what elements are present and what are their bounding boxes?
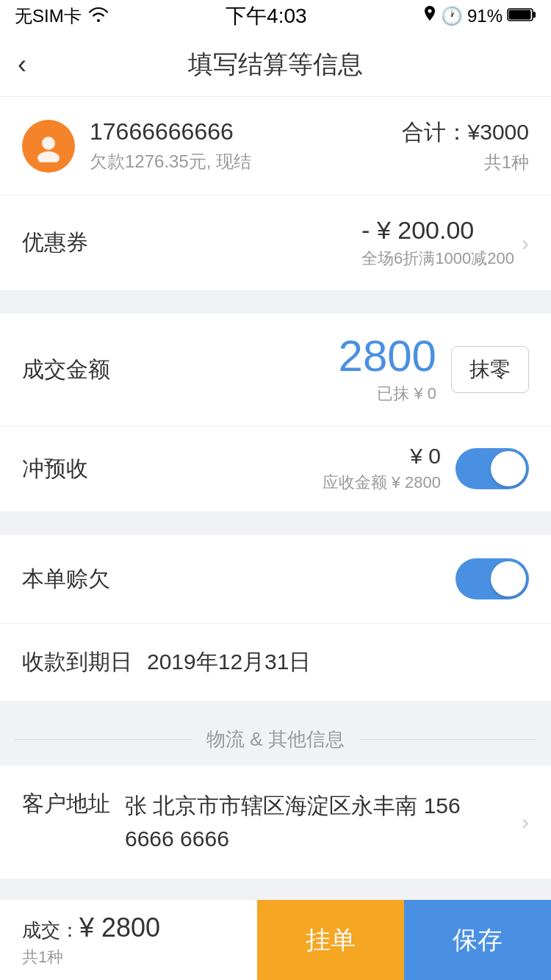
wifi-icon: [87, 6, 109, 26]
logistics-line-right: [359, 739, 536, 740]
logistics-line-left: [15, 739, 192, 740]
coupon-chevron-icon: ›: [522, 231, 529, 256]
battery-icon: [507, 6, 536, 26]
deal-amount-wrap: 2800 已抹 ¥ 0: [339, 334, 436, 405]
deal-amount-value: 2800: [339, 334, 436, 378]
bottom-deal-text: 成交：¥ 2800: [22, 912, 235, 943]
coupon-right: - ¥ 200.00 全场6折满1000减200 ›: [361, 216, 529, 270]
deal-amount-label: 成交金额: [22, 355, 110, 385]
customer-row: 17666666666 欠款1276.35元, 现结 合计：¥3000 共1种: [0, 97, 551, 195]
due-date-value: 2019年12月31日: [147, 647, 311, 677]
bottom-deal-amount: ¥ 2800: [79, 912, 160, 943]
deal-right: 2800 已抹 ¥ 0 抹零: [339, 334, 529, 405]
debt-section: 本单赊欠 收款到期日 2019年12月31日: [0, 535, 551, 701]
customer-info: 17666666666 欠款1276.35元, 现结: [90, 118, 251, 173]
bottom-summary: 成交：¥ 2800 共1种: [0, 912, 257, 968]
bottom-bar: 成交：¥ 2800 共1种 挂单 保存: [0, 899, 551, 980]
round-zero-button[interactable]: 抹零: [451, 346, 529, 393]
customer-phone: 17666666666: [90, 118, 251, 145]
address-label: 客户地址: [22, 789, 110, 819]
address-chevron-icon: ›: [522, 810, 529, 835]
coupon-value-wrap: - ¥ 200.00 全场6折满1000减200: [361, 216, 514, 270]
pending-button[interactable]: 挂单: [257, 900, 404, 981]
svg-point-5: [37, 151, 60, 162]
divider-2: [0, 523, 551, 535]
prepaid-label: 冲预收: [22, 454, 88, 484]
avatar: [22, 120, 75, 173]
address-value: 张 北京市市辖区海淀区永丰南 156 6666 6666: [125, 789, 507, 855]
logistics-divider: 物流 & 其他信息: [0, 713, 551, 765]
avatar-icon: [32, 130, 65, 162]
nav-bar: ‹ 填写结算等信息: [0, 32, 551, 97]
page-title: 填写结算等信息: [188, 48, 363, 82]
customer-left: 17666666666 欠款1276.35元, 现结: [22, 118, 251, 173]
prepaid-toggle[interactable]: [455, 448, 529, 489]
svg-rect-2: [533, 12, 536, 18]
prepaid-amount: ¥ 0: [323, 444, 441, 469]
divider-1: [0, 302, 551, 314]
bottom-deal-count: 共1种: [22, 946, 235, 968]
prepaid-right: ¥ 0 应收金额 ¥ 2800: [323, 444, 529, 494]
carrier-text: 无SIM卡: [15, 4, 82, 28]
total-amount: 合计：¥3000: [402, 118, 529, 148]
address-section: 客户地址 张 北京市市辖区海淀区永丰南 156 6666 6666 ›: [0, 765, 551, 879]
coupon-discount: - ¥ 200.00: [361, 216, 514, 245]
status-left: 无SIM卡: [15, 4, 109, 28]
status-bar: 无SIM卡 下午4:03 🕐 91%: [0, 0, 551, 32]
debt-label: 本单赊欠: [22, 564, 110, 594]
customer-debt: 欠款1276.35元, 现结: [90, 150, 251, 173]
deal-amount-row: 成交金额 2800 已抹 ¥ 0 抹零: [0, 314, 551, 425]
prepaid-receivable: 应收金额 ¥ 2800: [323, 472, 441, 494]
due-date-row: 收款到期日 2019年12月31日: [0, 623, 551, 701]
prepaid-row: 冲预收 ¥ 0 应收金额 ¥ 2800: [0, 425, 551, 511]
svg-point-0: [428, 10, 431, 13]
address-row[interactable]: 客户地址 张 北京市市辖区海淀区永丰南 156 6666 6666 ›: [0, 765, 551, 879]
debt-toggle[interactable]: [455, 558, 529, 599]
logistics-label: 物流 & 其他信息: [206, 727, 345, 752]
status-right: 🕐 91%: [423, 6, 536, 26]
battery-text: 91%: [467, 6, 503, 26]
due-date-label: 收款到期日: [22, 647, 132, 677]
svg-point-4: [42, 137, 55, 150]
customer-section: 17666666666 欠款1276.35元, 现结 合计：¥3000 共1种 …: [0, 97, 551, 290]
back-button[interactable]: ‹: [18, 49, 26, 80]
prepaid-amount-wrap: ¥ 0 应收金额 ¥ 2800: [323, 444, 441, 494]
coupon-desc: 全场6折满1000减200: [361, 248, 514, 270]
location-icon: [423, 6, 436, 26]
total-count: 共1种: [402, 151, 529, 174]
deal-section: 成交金额 2800 已抹 ¥ 0 抹零 冲预收 ¥ 0 应收金额 ¥ 2800: [0, 314, 551, 511]
coupon-label: 优惠券: [22, 228, 88, 258]
deal-rounded-label: 已抹 ¥ 0: [339, 383, 436, 405]
svg-rect-3: [509, 10, 531, 20]
save-button[interactable]: 保存: [404, 900, 551, 981]
debt-row: 本单赊欠: [0, 535, 551, 623]
time-display: 下午4:03: [226, 2, 307, 30]
alarm-icon: 🕐: [441, 6, 463, 26]
customer-total: 合计：¥3000 共1种: [402, 118, 529, 174]
bottom-deal-label: 成交：: [22, 919, 79, 941]
coupon-row[interactable]: 优惠券 - ¥ 200.00 全场6折满1000减200 ›: [0, 195, 551, 290]
